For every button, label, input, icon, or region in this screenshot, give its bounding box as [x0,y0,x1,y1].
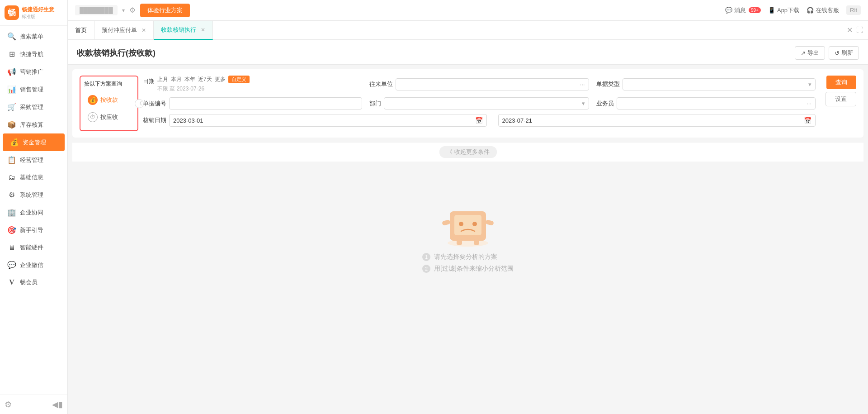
doc-no-input[interactable] [169,97,362,109]
empty-hint-2: 2 用[过滤]条件来缩小分析范围 [422,265,514,273]
empty-illustration [439,198,497,247]
sidebar-item-business[interactable]: 📋 经营管理 [0,151,67,169]
sidebar-bottom: ⚙ ◀▮ [0,395,67,414]
date-this-month[interactable]: 本月 [171,76,182,83]
business-icon: 📋 [7,156,16,164]
date-this-year[interactable]: 本年 [184,76,195,83]
sales-icon: 📊 [7,85,16,94]
tab-close-receipt[interactable]: ✕ [201,27,205,33]
date-nolimit: 不限 至 2023-07-26 [157,85,362,93]
export-btn[interactable]: ↗ 导出 [795,46,825,60]
verif-date-start-input[interactable]: 2023-03-01 📅 [169,114,487,127]
verif-start-cal-icon: 📅 [475,117,483,124]
filter-row-2: 单据编号 部门 ▾ 业务员 ··· [143,97,816,109]
grid-icon: ⊞ [7,50,16,58]
app-download-item[interactable]: 📱 App下载 [768,6,799,14]
empty-hints: 1 请先选择要分析的方案 2 用[过滤]条件来缩小分析范围 [422,253,514,273]
sidebar-item-smart-hw[interactable]: 🖥 智能硬件 [0,239,67,256]
date-label: 日期 [143,77,155,86]
online-service-icon: 🎧 [807,7,814,14]
query-btn[interactable]: 查询 [826,76,856,89]
sidebar-item-quick-nav[interactable]: ⊞ 快捷导航 [0,45,67,63]
hint-num-1: 1 [422,253,430,261]
date-7days[interactable]: 近7天 [198,76,212,83]
svg-point-4 [472,222,477,226]
online-service-item[interactable]: 🎧 在线客服 [807,6,839,14]
industry-btn[interactable]: 体验行业方案 [140,4,190,17]
sidebar-item-enterprise[interactable]: 🏢 企业协同 [0,204,67,221]
collapse-more-btn[interactable]: 《 收起更多条件 [439,146,497,158]
enterprise-icon: 🏢 [7,208,16,217]
tab-prepay-conflict[interactable]: 预付冲应付单 ✕ [94,21,154,40]
guide-icon: 🎯 [7,226,16,234]
date-last-month[interactable]: 上月 [157,76,168,83]
sidebar-item-finance[interactable]: 💰 资金管理 [3,133,65,151]
export-icon: ↗ [801,50,806,57]
settings-filter-btn[interactable]: 设置 [826,92,856,106]
date-more[interactable]: 更多 [215,76,226,83]
sidebar-item-guide[interactable]: 🎯 新手引导 [0,221,67,239]
filter-form-area: 日期 上月 本月 本年 近7天 更多 自定义 不限 至 2023-07-26 [143,76,816,131]
content-area: 收款核销执行(按收款) ↗ 导出 ↺ 刷新 按以下方案查询 💰 按收款 [68,40,868,414]
tab-home[interactable]: 首页 [68,21,94,40]
partner-ellipsis-icon: ··· [580,81,585,88]
svg-point-3 [459,222,463,226]
receipt-option-icon: 💰 [88,95,98,105]
collapse-sidebar-icon[interactable]: ◀▮ [52,400,63,409]
refresh-btn[interactable]: ↺ 刷新 [829,46,859,60]
collapse-more-icon: 《 [447,148,453,156]
sidebar-logo: 畅 畅捷通好生意 标准版 [0,0,67,26]
system-icon: ⚙ [7,190,16,199]
tab-close-prepay[interactable]: ✕ [142,27,146,33]
user-avatar[interactable]: Rit [846,5,861,15]
marketing-icon: 📢 [7,67,16,76]
sidebar-item-marketing[interactable]: 📢 营销推广 [0,63,67,81]
sidebar-item-wechat[interactable]: 💬 企业微信 [0,256,67,274]
date-custom[interactable]: 自定义 [228,76,250,83]
search-icon: 🔍 [7,32,16,41]
doc-type-dropdown-icon: ▾ [808,81,811,88]
staff-label: 业务员 [596,100,614,108]
staff-input[interactable]: ··· [617,97,816,109]
settings-bottom-icon[interactable]: ⚙ [5,400,12,409]
empty-hint-1: 1 请先选择要分析的方案 [422,253,514,261]
filter-option-receipt[interactable]: 💰 按收款 [84,92,134,108]
company-dropdown-icon[interactable]: ▾ [122,7,125,14]
filter-action-buttons: 查询 设置 [820,76,856,131]
dept-input[interactable]: ▾ [384,97,589,109]
filter-row-1: 日期 上月 本月 本年 近7天 更多 自定义 不限 至 2023-07-26 [143,76,816,93]
dept-label: 部门 [369,100,381,108]
messages-item[interactable]: 💬 消息 99+ [725,6,761,14]
wechat-icon: 💬 [7,261,16,269]
partner-label: 往来单位 [369,80,393,88]
date-separator: — [490,117,495,124]
date-field-content: 上月 本月 本年 近7天 更多 自定义 不限 至 2023-07-26 [157,76,362,93]
sidebar-item-basic-info[interactable]: 🗂 基础信息 [0,169,67,186]
sidebar-item-sales[interactable]: 📊 销售管理 [0,81,67,98]
partner-input[interactable]: ··· [396,78,589,90]
svg-rect-7 [442,219,451,226]
sidebar-item-purchase[interactable]: 🛒 采购管理 [0,98,67,116]
basic-info-icon: 🗂 [7,173,16,181]
verif-date-end-input[interactable]: 2023-07-21 📅 [498,114,816,127]
sidebar-item-search-menu[interactable]: 🔍 搜索菜单 [0,28,67,45]
collapse-panel-icon[interactable]: 《 [135,99,144,108]
vip-icon: V [7,278,16,286]
partner-field: 往来单位 ··· [369,76,589,93]
inventory-icon: 📦 [7,120,16,129]
tab-fullscreen-icon[interactable]: ⛶ [856,26,863,34]
doc-type-input[interactable]: ▾ [623,78,816,90]
sidebar-item-inventory[interactable]: 📦 库存核算 [0,116,67,133]
tab-close-all-icon[interactable]: ✕ [847,26,853,34]
receivable-option-icon: ⏱ [88,112,98,122]
app-download-icon: 📱 [768,7,775,14]
sidebar-item-vip[interactable]: V 畅会员 [0,274,67,291]
svg-rect-5 [457,239,462,245]
filter-option-receivable[interactable]: ⏱ 按应收 [84,109,134,125]
header-settings-icon[interactable]: ⚙ [129,6,136,14]
tab-receipt-writeoff[interactable]: 收款核销执行 ✕ [154,21,213,40]
filter-selector: 按以下方案查询 💰 按收款 ⏱ 按应收 《 [80,76,138,131]
verif-date-row: 核销日期 2023-03-01 📅 — 2023-07-21 📅 [143,114,816,127]
sidebar-item-system[interactable]: ⚙ 系统管理 [0,186,67,204]
messages-badge: 99+ [749,7,761,13]
